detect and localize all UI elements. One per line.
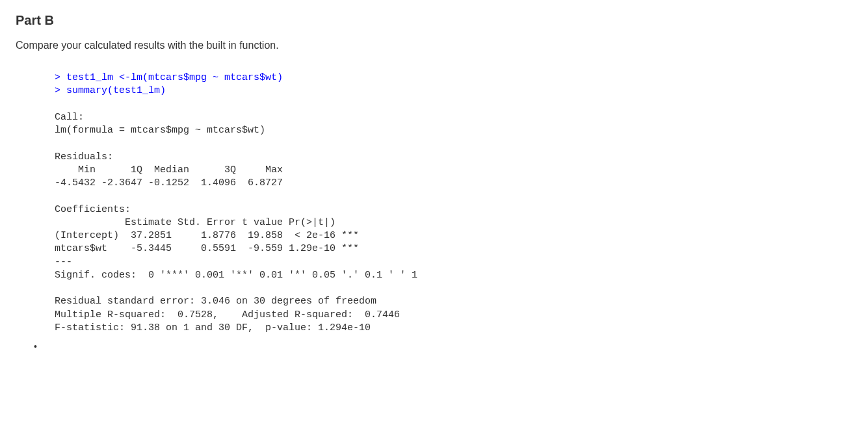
coefficient-row: (Intercept) 37.2851 1.8776 19.858 < 2e-1… [55,230,359,241]
signif-codes: Signif. codes: 0 '***' 0.001 '**' 0.01 '… [55,270,417,281]
call-label: Call: [55,112,84,123]
coefficient-row: mtcars$wt -5.3445 0.5591 -9.559 1.29e-10… [55,243,359,254]
coefficients-label: Coefficients: [55,204,131,215]
r-input-line: summary(test1_lm) [60,85,166,96]
coef-divider: --- [55,257,72,268]
residual-se: Residual standard error: 3.046 on 30 deg… [55,296,376,307]
r-prompt: > [55,72,60,83]
rsquared-line: Multiple R-squared: 0.7528, Adjusted R-s… [55,309,406,320]
r-input-line: test1_lm <-lm(mtcars$mpg ~ mtcars$wt) [60,72,283,83]
r-code-output: > test1_lm <-lm(mtcars$mpg ~ mtcars$wt) … [55,72,852,335]
call-formula: lm(formula = mtcars$mpg ~ mtcars$wt) [55,125,265,136]
residuals-header: Min 1Q Median 3Q Max [55,164,289,176]
residuals-values: -4.5432 -2.3647 -0.1252 1.4096 6.8727 [55,177,289,188]
residuals-label: Residuals: [55,151,113,162]
instruction-text: Compare your calculated results with the… [16,38,852,53]
coefficients-header: Estimate Std. Error t value Pr(>|t|) [55,217,359,228]
bullet-marker: • [34,340,852,354]
fstatistic-line: F-statistic: 91.38 on 1 and 30 DF, p-val… [55,322,371,333]
r-prompt: > [55,85,60,96]
section-heading: Part B [16,10,852,30]
